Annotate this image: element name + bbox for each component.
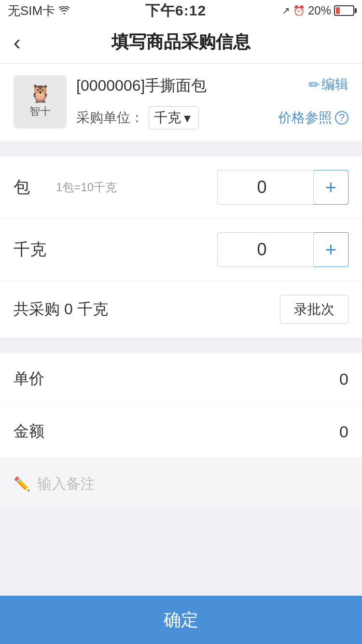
product-thumbnail-icon: 🦉 xyxy=(29,85,51,102)
price-reference-button[interactable]: 价格参照 ? xyxy=(278,109,348,127)
unit-select[interactable]: 千克 ▾ xyxy=(149,106,199,129)
separator-2 xyxy=(0,345,362,353)
batch-button[interactable]: 录批次 xyxy=(280,295,348,324)
info-icon: ? xyxy=(335,111,348,125)
qty-row-kg: 千克 + xyxy=(0,219,362,280)
notes-section[interactable]: ✏️ 输入备注 xyxy=(0,459,362,509)
product-card: 🦉 智十 [0000006]手撕面包 ✏ 编辑 采购单位： 千克 ▾ 价格参照 … xyxy=(0,64,362,141)
qty-plus-bag[interactable]: + xyxy=(314,170,348,205)
amount-label: 金额 xyxy=(14,421,44,442)
brand-label: 智十 xyxy=(29,104,51,119)
qty-label-kg: 千克 xyxy=(14,238,52,261)
wifi-icon xyxy=(59,3,70,18)
nav-bar: ‹ 填写商品采购信息 xyxy=(0,21,362,64)
qty-row-bag: 包 1包=10千克 + xyxy=(0,156,362,219)
summary-row: 共采购 0 千克 录批次 xyxy=(0,281,362,337)
qty-input-wrap-kg: + xyxy=(217,232,348,267)
qty-label-bag: 包 xyxy=(14,176,52,198)
product-info: [0000006]手撕面包 ✏ 编辑 采购单位： 千克 ▾ 价格参照 ? xyxy=(76,75,348,129)
pencil-icon: ✏️ xyxy=(14,476,30,492)
alarm-icon: ⏰ xyxy=(293,5,305,16)
unit-price-label: 单价 xyxy=(14,368,44,390)
chevron-down-icon: ▾ xyxy=(184,110,191,126)
summary-label: 共采购 0 千克 xyxy=(14,299,108,320)
battery-icon xyxy=(334,5,354,16)
product-unit-row: 采购单位： 千克 ▾ 价格参照 ? xyxy=(76,106,348,129)
summary-section: 共采购 0 千克 录批次 xyxy=(0,281,362,337)
product-image: 🦉 智十 xyxy=(14,75,67,128)
confirm-button[interactable]: 确定 xyxy=(0,596,362,644)
notes-placeholder: 输入备注 xyxy=(37,474,95,494)
price-row-amount: 金额 0 xyxy=(0,406,362,458)
product-header: [0000006]手撕面包 ✏ 编辑 xyxy=(76,75,348,97)
amount-value: 0 xyxy=(339,422,348,441)
status-right: ↗ ⏰ 20% xyxy=(282,4,354,17)
quantity-section: 包 1包=10千克 + 千克 + xyxy=(0,156,362,280)
price-row-unit: 单价 0 xyxy=(0,353,362,406)
status-time: 下午6:12 xyxy=(145,1,206,21)
back-button[interactable]: ‹ xyxy=(14,32,21,53)
edit-button[interactable]: ✏ 编辑 xyxy=(308,75,348,94)
unit-label: 采购单位： xyxy=(76,109,144,127)
qty-input-kg[interactable] xyxy=(217,232,314,267)
location-icon: ↗ xyxy=(282,5,290,16)
battery-percent: 20% xyxy=(308,4,331,17)
separator-1 xyxy=(0,149,362,156)
unit-price-value: 0 xyxy=(339,370,348,389)
qty-plus-kg[interactable]: + xyxy=(314,232,348,267)
edit-icon: ✏ xyxy=(308,77,320,93)
qty-input-wrap-bag: + xyxy=(217,170,348,205)
qty-input-bag[interactable] xyxy=(217,170,314,205)
product-name: [0000006]手撕面包 xyxy=(76,75,308,97)
price-section: 单价 0 金额 0 xyxy=(0,353,362,458)
status-bar: 无SIM卡 下午6:12 ↗ ⏰ 20% xyxy=(0,0,362,21)
status-carrier: 无SIM卡 xyxy=(8,2,70,19)
page-title: 填写商品采购信息 xyxy=(111,30,251,54)
qty-sub-label-bag: 1包=10千克 xyxy=(56,180,117,195)
